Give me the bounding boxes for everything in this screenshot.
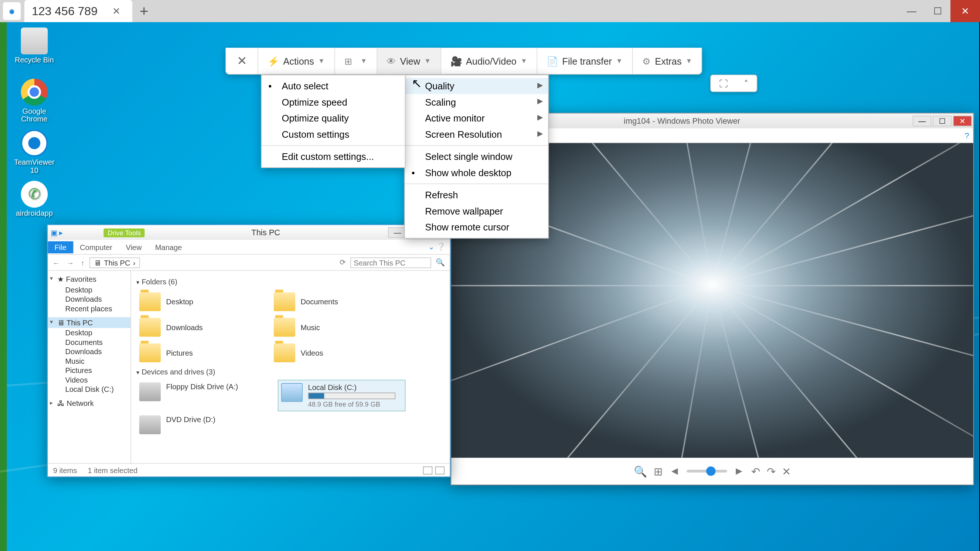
toolbar-audiovideo-button[interactable]: 🎥Audio/Video▼ <box>441 48 536 74</box>
explorer-address-bar: ← → ↑ 🖥This PC› ⟳ 🔍 <box>48 255 450 271</box>
folder-desktop[interactable]: Desktop <box>136 289 258 314</box>
pv-zoom-out-icon[interactable]: 🔍 <box>634 465 647 478</box>
sidebar-item-recent[interactable]: Recent places <box>48 304 130 313</box>
sidebar-this-pc[interactable]: 🖥 This PC Desktop Documents Downloads Mu… <box>48 317 130 394</box>
drive-dvd[interactable]: DVD Drive (D:) <box>136 413 264 437</box>
status-view-toggles[interactable] <box>423 466 445 474</box>
pv-help-icon[interactable]: ? <box>964 131 969 140</box>
folder-downloads[interactable]: Downloads <box>136 315 258 340</box>
search-icon[interactable]: 🔍 <box>434 258 447 267</box>
folder-icon <box>274 343 295 362</box>
teamviewer-toolbar: ✕ ⚡Actions▼ ⊞▼ 👁View▼ 🎥Audio/Video▼ 📄Fil… <box>226 48 703 75</box>
ribbon-file-tab[interactable]: File <box>48 241 73 253</box>
drive-local-c[interactable]: Local Disk (C:)48.9 GB free of 59.9 GB <box>278 380 406 411</box>
submenu-arrow-icon: ▶ <box>537 81 543 89</box>
menu-item-refresh[interactable]: Refresh <box>405 187 548 203</box>
explorer-search-input[interactable] <box>350 257 431 268</box>
folder-pictures[interactable]: Pictures <box>136 341 258 365</box>
menu-item-show-whole-desktop[interactable]: Show whole desktop <box>405 165 548 181</box>
explorer-qat-icon[interactable]: ▣ ▸ <box>51 228 64 237</box>
folder-music[interactable]: Music <box>271 315 392 340</box>
tab-close-icon[interactable]: ✕ <box>112 6 121 17</box>
drive-floppy[interactable]: Floppy Disk Drive (A:) <box>136 380 264 411</box>
menu-item-scaling[interactable]: Scaling▶ <box>405 94 548 110</box>
pv-prev-icon[interactable]: ◄ <box>669 465 680 477</box>
toolbar-extras-button[interactable]: ⚙Extras▼ <box>633 48 702 74</box>
desktop-icon-airdroid[interactable]: ✆airdroidapp <box>12 181 57 217</box>
menu-item-active-monitor[interactable]: Active monitor▶ <box>405 110 548 126</box>
toolbar-actions-button[interactable]: ⚡Actions▼ <box>258 48 334 74</box>
sidebar-favorites[interactable]: ★ Favorites Desktop Downloads Recent pla… <box>48 274 130 313</box>
ribbon-expand-icon[interactable]: ⌄ ❔ <box>422 241 450 254</box>
sidebar-item-downloads[interactable]: Downloads <box>48 294 130 303</box>
nav-up-icon[interactable]: ↑ <box>79 259 86 267</box>
sidebar-item-pictures[interactable]: Pictures <box>48 365 130 375</box>
sidebar-item-videos[interactable]: Videos <box>48 375 130 384</box>
folders-header[interactable]: Folders (6) <box>136 278 445 286</box>
menu-item-auto-select[interactable]: Auto select <box>262 78 405 94</box>
sidebar-item-localdisk[interactable]: Local Disk (C:) <box>48 384 130 394</box>
submenu-arrow-icon: ▶ <box>537 97 543 106</box>
desktop-icon-recycle-bin[interactable]: Recycle Bin <box>12 28 57 64</box>
folder-documents[interactable]: Documents <box>271 289 392 314</box>
fullscreen-icon[interactable]: ⛶ <box>719 78 728 88</box>
drives-header[interactable]: Devices and drives (3) <box>136 367 445 376</box>
menu-item-optimize-quality[interactable]: Optimize quality <box>262 110 405 126</box>
menu-item-custom-settings[interactable]: Custom settings <box>262 126 405 143</box>
sidebar-network[interactable]: 🖧 Network <box>48 398 130 408</box>
breadcrumb-label: This PC <box>104 259 130 267</box>
menu-item-select-single-window[interactable]: Select single window <box>405 148 548 165</box>
menu-item-quality[interactable]: Quality▶ <box>405 78 548 94</box>
collapse-icon[interactable]: ˄ <box>744 78 749 88</box>
sidebar-item-music[interactable]: Music <box>48 356 130 365</box>
status-item-count: 9 items <box>53 466 77 474</box>
sidebar-item-documents[interactable]: Documents <box>48 338 130 347</box>
pv-rotate-cw-icon[interactable]: ↷ <box>767 465 776 478</box>
outer-maximize-button[interactable]: ☐ <box>924 0 950 22</box>
pv-close-button[interactable]: ✕ <box>953 116 972 126</box>
breadcrumb[interactable]: 🖥This PC› <box>89 257 140 268</box>
pc-icon: 🖥 <box>94 259 101 267</box>
pv-play-slider[interactable] <box>687 470 727 472</box>
pv-next-icon[interactable]: ► <box>734 465 745 477</box>
explorer-titlebar[interactable]: ▣ ▸ Drive Tools This PC — ☐ ✕ <box>48 225 450 240</box>
desktop-icon-teamviewer[interactable]: TeamViewer 10 <box>12 130 57 174</box>
menu-item-remove-wallpaper[interactable]: Remove wallpaper <box>405 203 548 219</box>
menu-item-screen-resolution[interactable]: Screen Resolution▶ <box>405 126 548 143</box>
pv-fit-icon[interactable]: ⊞ <box>654 465 663 478</box>
pv-delete-icon[interactable]: ✕ <box>782 465 791 478</box>
pv-maximize-button[interactable]: ☐ <box>933 116 951 126</box>
menu-item-show-remote-cursor[interactable]: Show remote cursor <box>405 219 548 235</box>
menu-item-optimize-speed[interactable]: Optimize speed <box>262 94 405 110</box>
toolbar-close-button[interactable]: ✕ <box>226 48 258 74</box>
ribbon-computer-tab[interactable]: Computer <box>73 241 119 253</box>
nav-forward-icon[interactable]: → <box>65 259 76 267</box>
outer-minimize-button[interactable]: — <box>899 0 924 22</box>
gear-icon: ⚙ <box>642 56 651 66</box>
submenu-arrow-icon: ▶ <box>537 129 543 138</box>
nav-back-icon[interactable]: ← <box>51 259 62 267</box>
toolbar-filetransfer-button[interactable]: 📄File transfer▼ <box>537 48 632 74</box>
desktop-icon-chrome[interactable]: Google Chrome <box>12 79 57 123</box>
file-explorer-window[interactable]: ▣ ▸ Drive Tools This PC — ☐ ✕ File Compu… <box>47 224 450 477</box>
outer-close-button[interactable]: ✕ <box>950 0 980 22</box>
sidebar-item-desktop2[interactable]: Desktop <box>48 328 130 337</box>
menu-item-edit-custom-settings[interactable]: Edit custom settings... <box>262 148 405 165</box>
desktop-icon-label: airdroidapp <box>16 209 53 217</box>
toolbar-view-button[interactable]: 👁View▼ <box>377 48 441 74</box>
file-icon: 📄 <box>547 56 558 66</box>
sidebar-item-downloads2[interactable]: Downloads <box>48 347 130 356</box>
ribbon-view-tab[interactable]: View <box>119 241 148 253</box>
sidebar-item-desktop[interactable]: Desktop <box>48 285 130 294</box>
new-tab-button[interactable]: + <box>140 3 148 19</box>
toolbar-windows-button[interactable]: ⊞▼ <box>335 48 377 74</box>
star-icon: ★ <box>57 275 64 283</box>
ribbon-manage-tab[interactable]: Manage <box>148 241 189 253</box>
pv-minimize-button[interactable]: — <box>913 116 932 126</box>
folder-videos[interactable]: Videos <box>271 341 392 365</box>
pv-rotate-ccw-icon[interactable]: ↶ <box>751 465 760 478</box>
explorer-drive-tools-tab[interactable]: Drive Tools <box>103 228 145 237</box>
refresh-icon[interactable]: ⟳ <box>338 258 348 267</box>
toolbar-mini-widget[interactable]: ⛶ ˄ <box>710 75 757 92</box>
session-tab[interactable]: 123 456 789 ✕ <box>24 0 132 22</box>
